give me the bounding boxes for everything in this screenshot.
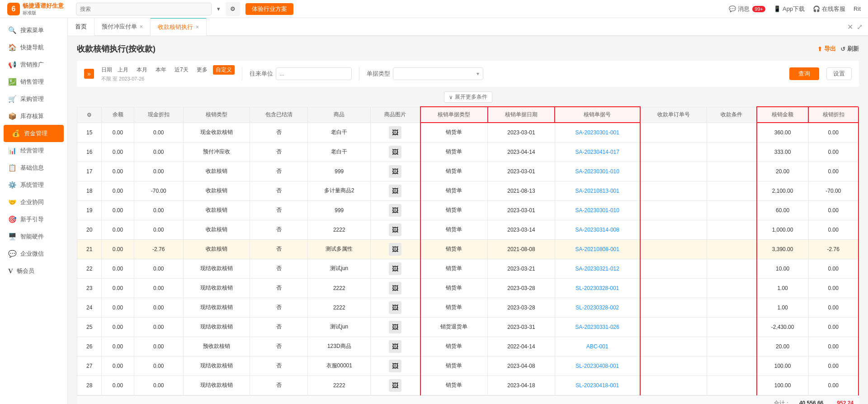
sidebar-item-system[interactable]: ⚙️ 系统管理 xyxy=(0,176,67,194)
filter-divider-1 xyxy=(242,67,242,81)
table-row: 23 0.00 0.00 现结收款核销 否 2222 🖼 销货单 2023-03… xyxy=(77,278,859,298)
table-row: 22 0.00 0.00 现结收款核销 否 测试jun 🖼 销货单 2023-0… xyxy=(77,259,859,278)
close-tab-action[interactable]: ✕ xyxy=(847,23,853,31)
wo-doc-type: 销货单 xyxy=(420,220,488,239)
collaboration-icon: 🤝 xyxy=(8,198,17,206)
tab-close-prepayment[interactable]: × xyxy=(140,24,143,30)
wo-doc-type: 销货单 xyxy=(420,239,488,259)
doc-no-link[interactable]: SA-20230301-001 xyxy=(576,129,619,136)
doc-no-link[interactable]: ABC-001 xyxy=(586,343,609,350)
receipt-order-no xyxy=(640,181,707,200)
cash-discount: 0.00 xyxy=(134,356,183,375)
tab-home[interactable]: 首页 xyxy=(68,18,94,36)
product-image-cell: 🖼 xyxy=(371,239,420,259)
product-name: 999 xyxy=(308,162,371,181)
wo-discount: 0.00 xyxy=(808,200,859,220)
dropdown-toggle[interactable]: ▾ xyxy=(217,5,220,12)
wo-doc-no: SL-20230328-001 xyxy=(555,278,640,298)
doc-no-link[interactable]: SL-20230418-001 xyxy=(576,382,619,389)
sidebar-item-wechat[interactable]: 💬 企业微信 xyxy=(0,245,67,262)
filter-date-range: 不限 至 2023-07-26 xyxy=(101,76,235,82)
sidebar-item-basic-info[interactable]: 📋 基础信息 xyxy=(0,159,67,176)
sidebar-item-member[interactable]: V 畅会员 xyxy=(0,262,67,280)
product-name: 衣服00001 xyxy=(308,356,371,375)
tab-receipt-writeoff[interactable]: 收款核销执行 × xyxy=(151,18,207,36)
sidebar-item-guide[interactable]: 🎯 新手引导 xyxy=(0,211,67,228)
product-image-cell: 🖼 xyxy=(371,337,420,356)
sidebar-item-finance[interactable]: 💰 资金管理 xyxy=(4,125,64,142)
receipt-condition xyxy=(707,200,757,220)
wo-doc-type: 销货单 xyxy=(420,181,488,200)
write-off-type: 现结收款核销 xyxy=(183,317,250,337)
product-name: 测试jun xyxy=(308,259,371,278)
date-tab-thisyear[interactable]: 本年 xyxy=(153,65,169,75)
refresh-btn[interactable]: ↺ 刷新 xyxy=(840,45,859,53)
doc-no-link[interactable]: SL-20230328-002 xyxy=(576,304,619,311)
export-btn[interactable]: ⬆ 导出 xyxy=(817,45,836,53)
wo-doc-no: SA-20230321-012 xyxy=(555,259,640,278)
maximize-tab-action[interactable]: ⤢ xyxy=(857,23,863,31)
tab-close-receipt[interactable]: × xyxy=(196,24,199,30)
tab-prepayment[interactable]: 预付冲应付单 × xyxy=(94,18,151,36)
wo-doc-date: 2023-03-14 xyxy=(488,220,555,239)
doc-no-link[interactable]: SA-20230301-010 xyxy=(576,207,619,214)
write-off-type: 收款核销 xyxy=(183,181,250,200)
cash-discount: -70.00 xyxy=(134,181,183,200)
doc-no-link[interactable]: SA-20230301-010 xyxy=(576,168,619,175)
date-tab-more[interactable]: 更多 xyxy=(194,65,210,75)
balance: 0.00 xyxy=(102,375,134,395)
query-btn[interactable]: 查询 xyxy=(789,67,819,80)
doc-no-link[interactable]: SA-20210808-001 xyxy=(576,246,619,252)
wo-amount: 360.00 xyxy=(757,123,808,142)
sidebar-item-management[interactable]: 📊 经营管理 xyxy=(0,142,67,159)
product-image-cell: 🖼 xyxy=(371,259,420,278)
page-actions: ⬆ 导出 ↺ 刷新 xyxy=(817,45,859,53)
receipt-order-no xyxy=(640,220,707,239)
settings-icon[interactable]: ⚙ xyxy=(226,2,240,16)
doc-no-link[interactable]: SA-20230314-008 xyxy=(576,227,619,233)
online-service-btn[interactable]: 🎧 在线客服 xyxy=(813,5,845,13)
table-row: 24 0.00 0.00 现结收款核销 否 2222 🖼 销货单 2023-03… xyxy=(77,298,859,317)
doc-no-link[interactable]: SA-20230414-017 xyxy=(576,149,619,155)
receipt-condition xyxy=(707,181,757,200)
sidebar-item-collaboration[interactable]: 🤝 企业协同 xyxy=(0,194,67,211)
balance: 0.00 xyxy=(102,298,134,317)
sidebar-item-sales[interactable]: 💹 销售管理 xyxy=(0,73,67,90)
balance: 0.00 xyxy=(102,123,134,142)
sidebar-item-inventory[interactable]: 📦 库存核算 xyxy=(0,108,67,125)
include-settled: 否 xyxy=(250,239,308,259)
table-row: 15 0.00 0.00 现金收款核销 否 老白干 🖼 销货单 2023-03-… xyxy=(77,123,859,142)
doc-no-link[interactable]: SA-20230321-012 xyxy=(576,266,619,272)
table-row: 21 0.00 -2.76 收款核销 否 测试多属性 🖼 销货单 2021-08… xyxy=(77,239,859,259)
setting-btn[interactable]: 设置 xyxy=(826,67,852,80)
doc-no-link[interactable]: SA-20230331-026 xyxy=(576,324,619,330)
messages-btn[interactable]: 💬 消息 99+ xyxy=(729,5,765,13)
sidebar-item-marketing[interactable]: 📢 营销推广 xyxy=(0,56,67,73)
filter-expand-btn[interactable]: » xyxy=(84,69,94,79)
date-tab-lastmonth[interactable]: 上月 xyxy=(115,65,131,75)
doc-no-link[interactable]: SA-20210813-001 xyxy=(576,188,619,194)
footer-total-amount: 40,556,66... xyxy=(799,400,828,404)
date-tab-7days[interactable]: 近7天 xyxy=(172,65,191,75)
sidebar-item-hardware[interactable]: 🖥️ 智能硬件 xyxy=(0,228,67,245)
main-layout: 🔍 搜索菜单 🏠 快捷导航 📢 营销推广 💹 销售管理 🛒 采购管理 📦 库存核… xyxy=(0,18,868,404)
doc-type-select[interactable]: ▾ xyxy=(393,67,483,80)
wo-discount: 0.00 xyxy=(808,278,859,298)
industry-btn[interactable]: 体验行业方案 xyxy=(245,3,293,15)
sidebar-item-search[interactable]: 🔍 搜索菜单 xyxy=(0,22,67,39)
doc-no-link[interactable]: SL-20230408-001 xyxy=(576,363,619,369)
management-icon: 📊 xyxy=(8,147,17,155)
receipt-condition xyxy=(707,298,757,317)
expand-more-btn[interactable]: ∨ 展开更多条件 xyxy=(444,91,492,103)
sidebar-item-purchase[interactable]: 🛒 采购管理 xyxy=(0,90,67,108)
sidebar-item-nav[interactable]: 🏠 快捷导航 xyxy=(0,39,67,56)
data-table-wrap: ⚙ 余额 现金折扣 核销类型 包含已结清 商品 商品图片 核销单据类型 核销单据… xyxy=(77,106,859,404)
search-input[interactable] xyxy=(76,3,212,15)
partner-input[interactable] xyxy=(276,67,352,80)
page-title-row: 收款核销执行(按收款) ⬆ 导出 ↺ 刷新 xyxy=(77,43,859,54)
date-tab-custom[interactable]: 自定义 xyxy=(213,65,235,75)
doc-no-link[interactable]: SL-20230328-001 xyxy=(576,285,619,291)
app-download-btn[interactable]: 📱 App下载 xyxy=(774,5,805,13)
user-avatar[interactable]: Rit xyxy=(854,5,861,12)
date-tab-thismonth[interactable]: 本月 xyxy=(134,65,150,75)
